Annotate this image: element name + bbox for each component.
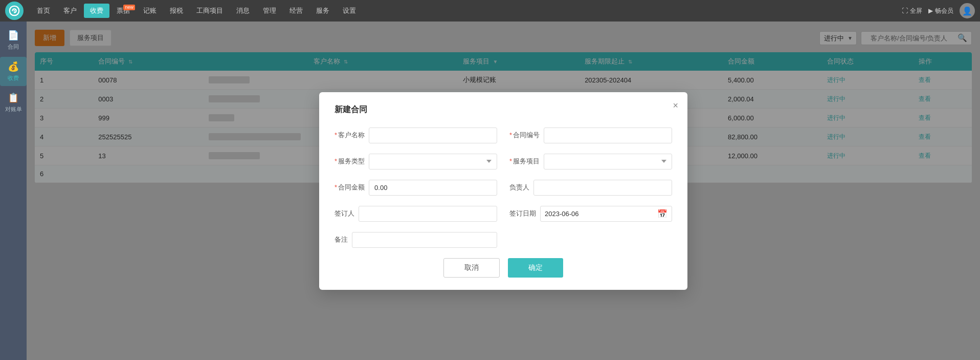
nav-services[interactable]: 服务 xyxy=(310,4,336,18)
nav-menu: 首页 客户 收费 票据 new 记账 报税 工商项目 消息 管理 经营 服务 设… xyxy=(31,4,902,18)
contract-no-label: *合同编号 xyxy=(509,131,540,140)
responsible-label: 负责人 xyxy=(509,183,529,192)
app-logo xyxy=(5,2,24,20)
form-row-5: 备注 xyxy=(335,232,672,248)
required-star-2: * xyxy=(509,131,512,139)
contract-no-input[interactable] xyxy=(544,128,672,143)
modal-close-button[interactable]: × xyxy=(673,100,678,111)
member-button[interactable]: ▶ 畅会员 xyxy=(928,7,953,15)
sidebar-item-reconciliation[interactable]: 📋 对账单 xyxy=(0,88,27,117)
main-content: 📄 合同 💰 收费 📋 对账单 新增 服务项目 进行中 已完成 已终止 xyxy=(0,22,980,360)
sign-date-wrapper: 📅 xyxy=(540,206,672,222)
nav-business[interactable]: 工商项目 xyxy=(190,4,229,18)
svg-point-0 xyxy=(14,10,15,12)
nav-invoice[interactable]: 票据 new xyxy=(110,4,136,18)
signer-input[interactable] xyxy=(359,206,497,222)
new-badge: new xyxy=(123,5,135,10)
modal-title: 新建合同 xyxy=(335,104,672,115)
form-group-contract-no: *合同编号 xyxy=(509,128,672,143)
signer-label: 签订人 xyxy=(335,209,354,218)
remark-label: 备注 xyxy=(335,235,348,244)
sign-date-input[interactable] xyxy=(545,206,654,221)
billing-icon: 💰 xyxy=(8,61,19,72)
form-group-service-type: *服务类型 xyxy=(335,154,497,170)
form-group-signer: 签订人 xyxy=(335,206,497,222)
form-row-3: *合同金额 负责人 xyxy=(335,180,672,196)
nav-settings[interactable]: 设置 xyxy=(337,4,362,18)
form-group-remark: 备注 xyxy=(335,232,497,248)
calendar-icon[interactable]: 📅 xyxy=(657,209,667,219)
top-navigation: 首页 客户 收费 票据 new 记账 报税 工商项目 消息 管理 经营 服务 设… xyxy=(0,0,980,22)
form-group-responsible: 负责人 xyxy=(509,180,672,196)
nav-messages[interactable]: 消息 xyxy=(230,4,256,18)
amount-input[interactable] xyxy=(369,180,497,196)
service-type-wrapper xyxy=(369,154,497,170)
customer-name-input[interactable] xyxy=(369,128,497,143)
form-group-sign-date: 签订日期 📅 xyxy=(509,206,672,222)
service-type-select[interactable] xyxy=(369,154,497,170)
new-contract-modal: × 新建合同 *客户名称 *合同编号 xyxy=(319,92,687,290)
nav-management[interactable]: 管理 xyxy=(257,4,282,18)
amount-label: *合同金额 xyxy=(335,183,365,192)
form-group-amount: *合同金额 xyxy=(335,180,497,196)
service-type-label: *服务类型 xyxy=(335,157,365,166)
nav-billing[interactable]: 收费 xyxy=(84,4,109,18)
sign-date-label: 签订日期 xyxy=(509,209,536,218)
sidebar: 📄 合同 💰 收费 📋 对账单 xyxy=(0,22,27,360)
nav-operations[interactable]: 经营 xyxy=(283,4,309,18)
contract-icon: 📄 xyxy=(8,30,19,41)
required-star-5: * xyxy=(335,183,337,191)
fullscreen-icon: ⛶ xyxy=(902,7,908,14)
page-content: 新增 服务项目 进行中 已完成 已终止 ▼ 🔍 xyxy=(27,22,980,360)
form-row-4: 签订人 签订日期 📅 xyxy=(335,206,672,222)
service-project-select[interactable] xyxy=(544,154,672,170)
form-group-customer: *客户名称 xyxy=(335,128,497,143)
form-row-1: *客户名称 *合同编号 xyxy=(335,128,672,143)
cancel-button[interactable]: 取消 xyxy=(443,258,500,278)
remark-input[interactable] xyxy=(352,232,497,248)
required-star: * xyxy=(335,131,337,139)
play-icon: ▶ xyxy=(928,7,933,14)
required-star-4: * xyxy=(509,157,512,165)
nav-customer[interactable]: 客户 xyxy=(57,4,83,18)
nav-accounting[interactable]: 记账 xyxy=(137,4,163,18)
form-row-2: *服务类型 *服务项目 xyxy=(335,154,672,170)
responsible-input[interactable] xyxy=(533,180,672,196)
sidebar-item-billing[interactable]: 💰 收费 xyxy=(0,57,27,86)
modal-footer: 取消 确定 xyxy=(335,258,672,278)
modal-overlay: × 新建合同 *客户名称 *合同编号 xyxy=(27,22,980,360)
nav-right-area: ⛶ 全屏 ▶ 畅会员 👤 xyxy=(902,3,975,18)
service-project-wrapper xyxy=(544,154,672,170)
sidebar-item-contract[interactable]: 📄 合同 xyxy=(0,26,27,55)
customer-name-label: *客户名称 xyxy=(335,131,365,140)
form-group-service-project: *服务项目 xyxy=(509,154,672,170)
reconciliation-icon: 📋 xyxy=(8,92,19,103)
confirm-button[interactable]: 确定 xyxy=(508,258,563,278)
service-project-form-label: *服务项目 xyxy=(509,157,540,166)
user-avatar[interactable]: 👤 xyxy=(960,3,975,18)
nav-home[interactable]: 首页 xyxy=(31,4,56,18)
nav-tax[interactable]: 报税 xyxy=(164,4,189,18)
required-star-3: * xyxy=(335,157,337,165)
fullscreen-button[interactable]: ⛶ 全屏 xyxy=(902,7,922,15)
